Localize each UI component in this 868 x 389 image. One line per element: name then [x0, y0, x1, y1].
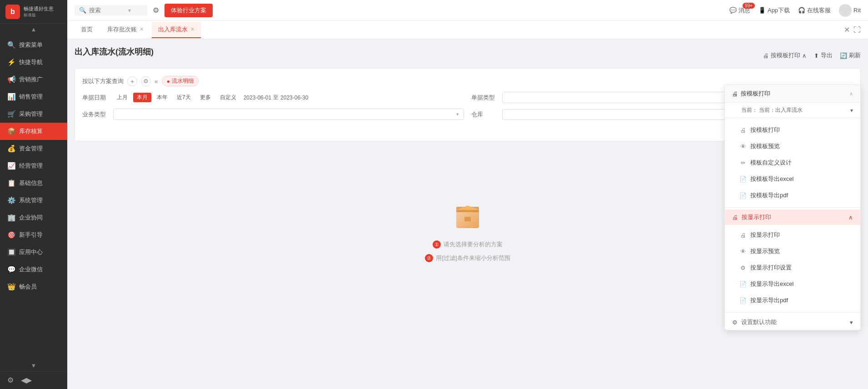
apps-icon: 🔲: [7, 248, 15, 256]
sidebar-item-finance[interactable]: 💰 资金管理: [0, 140, 67, 157]
display-header-content: 🖨 按显示打印: [732, 213, 771, 221]
app-download-btn[interactable]: 📱 App下载: [758, 6, 790, 15]
basic-icon: 📋: [7, 179, 15, 187]
display-print-item[interactable]: 🖨 按显示打印: [725, 227, 860, 243]
main-area: 🔍 ▾ ⚙ 体验行业方案 💬 消息 99+ 📱 App下载 🎧 在线客服 Rit: [67, 0, 868, 389]
search-input[interactable]: [89, 7, 125, 14]
expand-icon[interactable]: ⛶: [853, 26, 861, 34]
sidebar-item-quick-nav[interactable]: ⚡ 快捷导航: [0, 54, 67, 71]
sidebar-item-guide[interactable]: 🎯 新手引导: [0, 226, 67, 244]
date-tabs: 上月 本月 本年 近7天 更多 自定义: [113, 93, 240, 102]
date-tab-this-month[interactable]: 本月: [133, 93, 151, 102]
header-search-box[interactable]: 🔍 ▾: [75, 5, 147, 15]
tab-stock-flow[interactable]: 出入库流水 ✕: [152, 22, 201, 38]
sidebar-item-enterprise[interactable]: 🏢 企业协同: [0, 209, 67, 226]
header-right: 💬 消息 99+ 📱 App下载 🎧 在线客服 Rit: [729, 4, 861, 17]
sidebar-scroll-down[interactable]: ▼: [0, 360, 67, 371]
filter-collapse-icon[interactable]: «: [155, 78, 158, 85]
date-tab-this-year[interactable]: 本年: [153, 93, 171, 102]
user-profile-btn[interactable]: Rit: [839, 4, 861, 17]
filter-add-btn[interactable]: +: [127, 76, 137, 86]
settings-bottom-icon[interactable]: ⚙: [7, 376, 14, 384]
sidebar-item-apps[interactable]: 🔲 应用中心: [0, 244, 67, 261]
doc-type-label: 单据类型: [471, 94, 499, 102]
print-icon: 🖨: [763, 52, 769, 59]
display-preview-item[interactable]: 👁 按显示预览: [725, 243, 860, 259]
inventory-icon: 📦: [7, 127, 15, 135]
sidebar-item-label: 营销推广: [19, 75, 43, 84]
operations-icon: 📈: [7, 162, 15, 170]
sidebar-item-marketing[interactable]: 📢 营销推广: [0, 71, 67, 88]
close-stock-flow-tab[interactable]: ✕: [190, 26, 195, 32]
customer-service-btn[interactable]: 🎧 在线客服: [798, 6, 831, 15]
filter-tag-label: 流水明细: [172, 77, 194, 85]
filter-settings-btn[interactable]: ⚙: [141, 76, 151, 86]
sidebar-item-label: 销售管理: [19, 93, 43, 101]
collapse-sidebar-icon[interactable]: ◀▶: [21, 376, 32, 384]
divider2: [725, 207, 860, 208]
trial-btn[interactable]: 体验行业方案: [165, 4, 213, 17]
refresh-btn[interactable]: 🔄 刷新: [840, 51, 861, 60]
empty-step-1: ① 请先选择要分析的方案: [433, 240, 503, 249]
display-export-excel-item[interactable]: 📄 按显示导出excel: [725, 276, 860, 292]
message-btn[interactable]: 💬 消息 99+: [729, 6, 750, 15]
date-tab-last-7days[interactable]: 近7天: [173, 93, 195, 102]
sidebar-item-label: 系统管理: [19, 196, 43, 204]
download-icon: 📱: [758, 7, 766, 14]
app-name-block: 畅捷通好生意 标准版: [24, 5, 54, 18]
business-type-select[interactable]: ▾: [113, 109, 464, 120]
sidebar-item-purchase[interactable]: 🛒 采购管理: [0, 105, 67, 123]
date-tab-custom[interactable]: 自定义: [216, 93, 240, 102]
sidebar-scroll-up[interactable]: ▲: [0, 24, 67, 35]
date-from: 2023-06-01: [244, 95, 271, 101]
step2-num: ②: [425, 254, 433, 262]
dropdown-panel: 🖨 按模板打印 ∧ 当前： 当前：出入库流水 ▾ 🖨 按模板打印: [724, 85, 861, 330]
search-icon: 🔍: [79, 7, 86, 14]
dropdown-subtitle-arrow: ▾: [850, 107, 853, 114]
template-preview-item[interactable]: 👁 按模板预览: [725, 138, 860, 155]
date-to: 2023-06-30: [280, 95, 308, 101]
dropdown-footer[interactable]: ⚙ 设置默认功能 ▾: [725, 314, 860, 330]
date-tab-last-month[interactable]: 上月: [113, 93, 131, 102]
template-print-item[interactable]: 🖨 按模板打印: [725, 122, 860, 138]
date-range: 2023-06-01 至 2023-06-30: [244, 94, 309, 101]
sidebar-bottom: ⚙ ◀▶: [0, 371, 67, 389]
sidebar-item-label: 快捷导航: [19, 58, 43, 66]
filter-tag: ● 流水明细: [162, 76, 199, 86]
sidebar-item-operations[interactable]: 📈 经营管理: [0, 157, 67, 175]
sidebar-item-system[interactable]: ⚙️ 系统管理: [0, 192, 67, 209]
sidebar-item-search[interactable]: 🔍 搜索菜单: [0, 36, 67, 54]
template-export-pdf-item[interactable]: 📄 按模板导出pdf: [725, 187, 860, 204]
dropdown-header-chevron-icon[interactable]: ∧: [849, 91, 853, 97]
sidebar-item-inventory[interactable]: 📦 库存核算: [0, 123, 67, 140]
guide-icon: 🎯: [7, 231, 15, 239]
print-arrow-icon: ∧: [802, 52, 807, 59]
display-section-header[interactable]: 🖨 按显示打印 ∧: [725, 209, 860, 225]
sidebar-item-label: 采购管理: [19, 110, 43, 118]
sidebar-item-basic[interactable]: 📋 基础信息: [0, 175, 67, 192]
header-settings-icon[interactable]: ⚙: [153, 6, 159, 15]
tab-home[interactable]: 首页: [75, 22, 99, 38]
tab-inventory-batch[interactable]: 库存批次账 ✕: [101, 22, 150, 38]
display-export-pdf-item[interactable]: 📄 按显示导出pdf: [725, 292, 860, 309]
search-nav-icon: 🔍: [7, 41, 15, 49]
sidebar-item-label: 畅会员: [19, 283, 37, 291]
sidebar-item-sales[interactable]: 📊 销售管理: [0, 88, 67, 105]
date-tab-more[interactable]: 更多: [196, 93, 215, 102]
sidebar-item-label: 应用中心: [19, 248, 43, 256]
display-print-settings-item[interactable]: ⚙ 按显示打印设置: [725, 259, 860, 276]
close-inventory-batch-tab[interactable]: ✕: [140, 26, 144, 32]
close-all-tabs-icon[interactable]: ✕: [844, 25, 850, 34]
sidebar-item-member[interactable]: 👑 畅会员: [0, 278, 67, 295]
sidebar-item-wechat[interactable]: 💬 企业微信: [0, 261, 67, 278]
app-name: 畅捷通好生意: [24, 5, 54, 12]
template-print-btn[interactable]: 🖨 按模板打印 ∧: [763, 51, 807, 60]
export-btn[interactable]: ⬆ 导出: [814, 51, 833, 60]
search-dropdown-icon[interactable]: ▾: [128, 7, 131, 14]
tab-bar-right: ✕ ⛶: [844, 25, 861, 34]
template-custom-design-item[interactable]: ✏ 模板自定义设计: [725, 155, 860, 171]
message-icon: 💬: [729, 7, 737, 14]
display-print-icon: 🖨: [732, 214, 738, 221]
template-export-excel-item[interactable]: 📄 按模板导出excel: [725, 171, 860, 187]
business-type-label: 业务类型: [82, 110, 110, 119]
